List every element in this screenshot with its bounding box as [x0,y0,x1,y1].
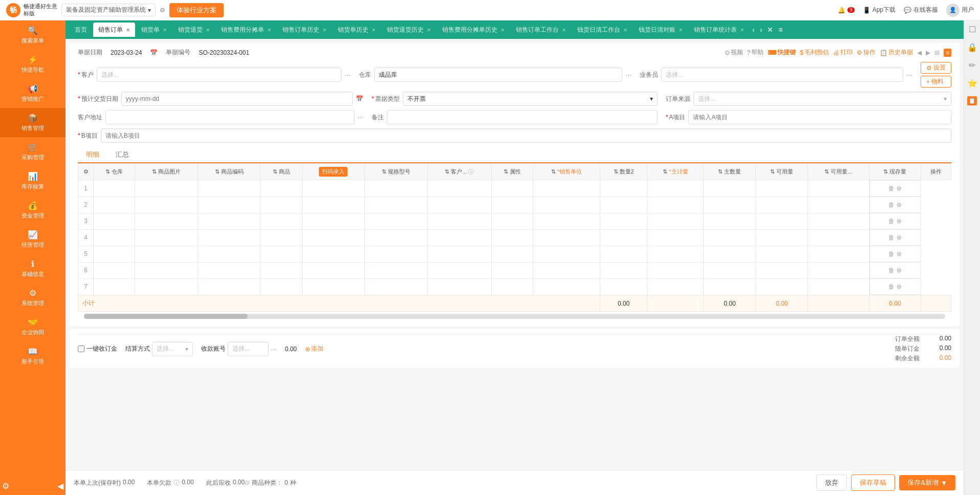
copy-row-icon[interactable]: ⊕ [897,201,902,208]
sort-icon[interactable]: ⇅ [551,168,556,175]
delete-row-icon[interactable]: 🗑 [888,267,895,274]
tab-home[interactable]: 首页 [70,23,92,37]
delivery-date-input[interactable] [121,92,353,106]
calendar-icon[interactable]: 📅 [150,49,158,56]
single-date-value[interactable]: 2023-03-24 [111,49,142,56]
tab-close-icon[interactable]: ✕ [372,27,376,33]
settle-method-select[interactable]: 选择... ▾ [152,342,193,356]
tab-close-icon[interactable]: ✕ [126,27,130,33]
invoice-type-select[interactable]: 不开票 ▾ [403,92,658,106]
tab-summary[interactable]: 汇总 [107,147,137,162]
one-click-checkout-label[interactable]: 一键收订金 [78,345,117,353]
delete-row-icon[interactable]: 🗑 [888,185,895,192]
customer-more-btn[interactable]: ··· [344,71,351,79]
save-draft-button[interactable]: 保存草稿 [851,475,895,491]
toolbar-shortcut[interactable]: ⌨ 快捷键 [768,48,796,57]
tab-menu-btn[interactable]: ≡ [776,26,785,34]
tab-close-icon[interactable]: ✕ [500,27,505,33]
table-cell[interactable]: 🗑⊕ [869,278,921,295]
customer-address-input[interactable] [105,110,355,124]
table-cell[interactable]: 🗑⊕ [869,213,921,229]
info-icon-small[interactable]: ⓘ [173,479,180,487]
scan-button[interactable]: 扫码录入 [319,167,347,177]
delete-row-icon[interactable]: 🗑 [888,250,895,257]
one-click-checkout-checkbox[interactable] [78,346,84,352]
copy-row-icon[interactable]: ⊕ [897,250,902,257]
table-cell[interactable]: 🗑⊕ [869,197,921,213]
table-cell[interactable]: 🗑⊕ [869,262,921,278]
system-selector[interactable]: 装备及固定资产辅助管理系统 ▾ [61,4,156,16]
settings-icon[interactable]: ⚙ [160,7,165,14]
sidebar-collapse-icon[interactable]: ◀ [57,481,63,491]
settings-button[interactable]: ⚙ 设置 [921,62,951,74]
notification-icon[interactable]: 🔔 9 [838,7,855,14]
sidebar-item-inventory[interactable]: 📊 库存核算 [0,166,66,196]
horizontal-scrollbar[interactable] [78,312,951,321]
salesperson-more-btn[interactable]: ··· [906,71,912,79]
sort-icon[interactable]: ⇅ [883,168,888,175]
sort-icon[interactable]: ⇅ [718,168,723,175]
list-view-icon[interactable]: ≡ [944,49,951,57]
delete-row-icon[interactable]: 🗑 [888,218,895,225]
sidebar-item-guide[interactable]: 📖 新手引导 [0,341,66,371]
add-payment-btn[interactable]: ⊕ 添加 [305,345,323,353]
solution-button[interactable]: 体验行业方案 [169,3,224,17]
account-more-btn[interactable]: ··· [271,345,277,353]
salesperson-input[interactable]: 选择... [661,68,903,82]
tab-prev-btn[interactable]: ‹ [750,26,757,34]
toolbar-operation[interactable]: ⚙ 操作 [857,48,876,57]
calendar2-icon[interactable]: 📅 [356,95,363,102]
tab-order-workbench[interactable]: 销售订单工作台 ✕ [511,23,571,37]
scrollbar-thumb[interactable] [84,314,248,319]
right-sidebar-icon-3[interactable]: ✏ [969,60,975,70]
right-sidebar-icon-4[interactable]: ⭐ [967,78,977,88]
table-cell[interactable]: 🗑⊕ [869,246,921,262]
toolbar-history[interactable]: 📋 历史单据 [880,48,913,57]
toolbar-help[interactable]: ? 帮助 [747,48,764,57]
sort-icon[interactable]: ⇅ [382,168,386,175]
copy-row-icon[interactable]: ⊕ [897,267,902,274]
copy-row-icon[interactable]: ⊕ [897,234,902,241]
tab-close-icon[interactable]: ✕ [740,27,744,33]
th-scan[interactable]: 扫码录入 [302,164,365,180]
sidebar-item-operations[interactable]: 📈 经营管理 [0,225,66,254]
sidebar-item-basic-info[interactable]: ℹ 基础信息 [0,254,66,283]
tab-sales-goods[interactable]: 销货单 ✕ [136,23,172,37]
tab-close-icon[interactable]: ✕ [163,27,167,33]
add-item-button[interactable]: + 物料 [921,76,951,88]
tab-return-goods[interactable]: 销货退货 ✕ [173,23,215,37]
tab-close-icon[interactable]: ✕ [322,27,326,33]
user-menu[interactable]: 👤 用户 [946,4,974,17]
tab-close-icon[interactable]: ✕ [562,27,566,33]
right-sidebar-icon-2[interactable]: 🔒 [967,42,977,52]
sort-icon[interactable]: ⇅ [445,168,449,175]
delete-row-icon[interactable]: 🗑 [888,234,895,241]
sort-icon[interactable]: ⇅ [105,168,110,175]
sort-icon[interactable]: ⇅ [152,168,157,175]
th-settings[interactable]: ⚙ [78,164,94,180]
tab-close-icon[interactable]: ✕ [679,27,683,33]
copy-row-icon[interactable]: ⊕ [897,283,902,290]
tab-close-icon[interactable]: ✕ [267,27,271,33]
tab-cash-reconcile[interactable]: 钱货日清对账 ✕ [634,23,688,37]
next-record-icon[interactable]: ▶ [926,49,930,56]
tab-goods-history[interactable]: 销货单历史 ✕ [333,23,381,37]
sidebar-item-shortcuts[interactable]: ⚡ 快捷导航 [0,50,66,79]
grid-view-icon[interactable]: ⊞ [934,49,940,56]
tab-close-icon[interactable]: ✕ [206,27,210,33]
sort-icon[interactable]: ⇅ [770,168,775,175]
right-sidebar-icon-1[interactable]: ☐ [969,25,976,34]
table-cell[interactable]: 🗑⊕ [869,180,921,197]
warehouse-input[interactable]: 成品库 [374,68,622,82]
sidebar-item-enterprise[interactable]: 🤝 企业协同 [0,312,66,341]
address-more-btn[interactable]: ··· [358,113,364,121]
app-download-link[interactable]: 📱 App下载 [863,6,896,14]
tab-order-stats[interactable]: 销售订单统计表 ✕ [689,23,749,37]
sidebar-item-marketing[interactable]: 📢 营销推广 [0,79,66,108]
sort-icon[interactable]: ⇅ [273,168,277,175]
sort-icon[interactable]: ⇅ [824,168,829,175]
discard-button[interactable]: 放弃 [816,475,847,491]
sidebar-item-system[interactable]: ⚙ 系统管理 [0,283,66,312]
sort-icon[interactable]: ⇅ [504,168,508,175]
tab-detail[interactable]: 明细 [78,147,107,163]
